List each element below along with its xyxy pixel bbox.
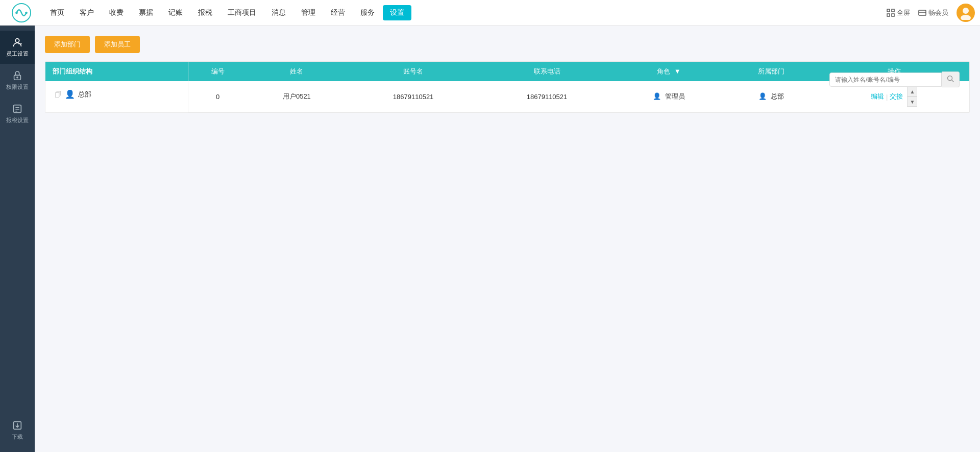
svg-rect-3 (887, 9, 890, 12)
nav-item-client[interactable]: 客户 (72, 5, 101, 20)
col-role: 角色 ▼ (614, 62, 724, 81)
search-button[interactable] (942, 72, 960, 87)
sidebar-item-permission[interactable]: 权限设置 (0, 64, 35, 97)
svg-rect-5 (887, 14, 890, 16)
nav-item-message[interactable]: 消息 (264, 5, 293, 20)
nav-item-service[interactable]: 服务 (353, 5, 382, 20)
cell-dept: 👤 总部 (724, 81, 819, 112)
nav-item-home[interactable]: 首页 (43, 5, 71, 20)
avatar[interactable] (957, 4, 975, 22)
dept-tree-header: 部门组织结构 (45, 62, 188, 81)
col-name: 姓名 (247, 62, 346, 81)
nav-item-invoice[interactable]: 票据 (132, 5, 160, 20)
sidebar: 员工设置 权限设置 报税设置 (0, 26, 35, 452)
col-account: 账号名 (347, 62, 480, 81)
taxsettings-icon (12, 103, 23, 114)
transfer-button[interactable]: 交接 (890, 92, 903, 101)
sidebar-bottom-label: 下载 (12, 433, 23, 441)
sidebar-item-employee-label: 员工设置 (6, 50, 29, 58)
action-bar: 添加部门 添加员工 (45, 36, 970, 53)
nav-item-operate[interactable]: 经营 (324, 5, 352, 20)
svg-point-11 (15, 39, 19, 42)
dept-tree-content: 🗍 👤 总部 (45, 81, 188, 107)
member-icon (918, 9, 926, 17)
svg-rect-12 (18, 43, 22, 44)
member-label: 畅会员 (928, 8, 948, 17)
cell-name: 用户0521 (247, 81, 346, 112)
search-icon (947, 75, 954, 82)
avatar-icon (959, 6, 973, 20)
content-area: 添加部门 添加员工 部门组织结构 🗍 (35, 26, 980, 452)
nav-items: 首页 客户 收费 票据 记账 报税 工商项目 消息 管理 经营 服务 设置 (43, 5, 887, 20)
dept-user-icon: 👤 (65, 89, 75, 99)
cell-phone: 18679110521 (480, 81, 614, 112)
dept-tree-item-general[interactable]: 🗍 👤 总部 (51, 86, 183, 102)
main-layout: 员工设置 权限设置 报税设置 (0, 26, 980, 452)
employee-icon (12, 37, 23, 48)
nav-item-settings[interactable]: 设置 (383, 5, 411, 20)
nav-right: 全屏 畅会员 (887, 4, 975, 22)
permission-icon (12, 70, 23, 81)
sidebar-item-permission-label: 权限设置 (6, 83, 29, 91)
edit-button[interactable]: 编辑 (871, 92, 884, 101)
role-filter-icon[interactable]: ▼ (674, 67, 681, 75)
svg-point-2 (25, 11, 28, 14)
scroll-up-button[interactable]: ▲ (907, 86, 917, 97)
search-bar (829, 72, 960, 87)
add-dept-button[interactable]: 添加部门 (45, 36, 90, 53)
dept-item-label: 总部 (78, 90, 91, 99)
nav-item-tax[interactable]: 报税 (191, 5, 219, 20)
fullscreen-label: 全屏 (897, 8, 910, 17)
svg-line-21 (952, 80, 954, 82)
sidebar-item-taxsettings-label: 报税设置 (6, 116, 29, 124)
sidebar-item-download[interactable]: 下载 (0, 414, 35, 447)
nav-item-accounting[interactable]: 记账 (161, 5, 190, 20)
svg-rect-7 (919, 10, 926, 15)
svg-rect-4 (892, 9, 894, 12)
dept-user-icon-row: 👤 (758, 92, 767, 100)
sidebar-item-employee[interactable]: 员工设置 (0, 31, 35, 64)
svg-point-14 (16, 77, 18, 79)
role-user-icon: 👤 (653, 92, 661, 100)
dept-tree: 部门组织结构 🗍 👤 总部 (45, 62, 188, 112)
fullscreen-button[interactable]: 全屏 (887, 8, 910, 17)
search-input[interactable] (829, 73, 942, 87)
svg-point-9 (963, 8, 969, 14)
nav-item-business[interactable]: 工商项目 (220, 5, 263, 20)
member-button[interactable]: 畅会员 (918, 8, 948, 17)
scroll-down-button[interactable]: ▼ (907, 97, 917, 107)
add-employee-button[interactable]: 添加员工 (95, 36, 140, 53)
cell-id: 0 (188, 81, 247, 112)
nav-item-manage[interactable]: 管理 (294, 5, 323, 20)
cell-account: 18679110521 (347, 81, 480, 112)
svg-point-1 (15, 11, 18, 14)
fullscreen-icon (887, 9, 895, 17)
col-id: 编号 (188, 62, 247, 81)
nav-item-fee[interactable]: 收费 (102, 5, 131, 20)
sidebar-item-taxsettings[interactable]: 报税设置 (0, 97, 35, 130)
col-phone: 联系电话 (480, 62, 614, 81)
top-area: 添加部门 添加员工 (45, 36, 970, 53)
svg-rect-6 (892, 14, 894, 16)
svg-point-10 (961, 15, 971, 20)
logo (5, 3, 38, 22)
sidebar-bottom: 下载 (0, 414, 35, 447)
cell-role: 👤 管理员 (614, 81, 724, 112)
col-dept: 所属部门 (724, 62, 819, 81)
dept-file-icon: 🗍 (55, 90, 62, 99)
download-icon (12, 420, 23, 431)
top-navigation: 首页 客户 收费 票据 记账 报税 工商项目 消息 管理 经营 服务 设置 全屏 (0, 0, 980, 26)
